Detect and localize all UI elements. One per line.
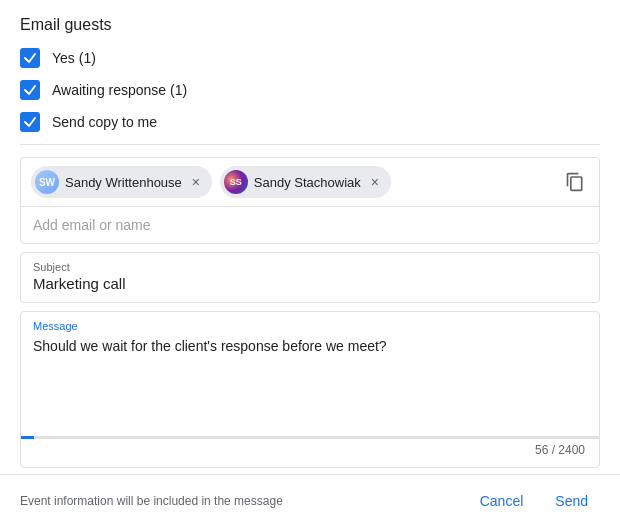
- dialog-title: Email guests: [20, 16, 600, 34]
- checkbox-copy[interactable]: [20, 112, 40, 132]
- subject-section: Subject Marketing call: [20, 252, 600, 303]
- add-email-input[interactable]: [21, 207, 599, 243]
- recipients-row: SW Sandy Writtenhouse × SS Sandy Stachow…: [21, 158, 599, 207]
- checkbox-yes[interactable]: [20, 48, 40, 68]
- recipients-section: SW Sandy Writtenhouse × SS Sandy Stachow…: [20, 157, 600, 244]
- section-divider: [20, 144, 600, 145]
- dialog-footer: Event information will be included in th…: [0, 474, 620, 520]
- chip-sandy-s-close[interactable]: ×: [367, 174, 383, 190]
- copy-recipients-icon[interactable]: [561, 168, 589, 196]
- cancel-button[interactable]: Cancel: [468, 485, 536, 517]
- message-progress-fill: [21, 436, 34, 439]
- message-label: Message: [33, 320, 587, 332]
- checkbox-row-yes: Yes (1): [20, 48, 600, 68]
- email-guests-container: Email guests Yes (1) Awaiting response (…: [0, 0, 620, 468]
- message-text[interactable]: Should we wait for the client's response…: [33, 336, 587, 357]
- checkbox-copy-label: Send copy to me: [52, 114, 157, 130]
- message-progress-bar: [21, 436, 599, 439]
- avatar-sandy-w: SW: [35, 170, 59, 194]
- avatar-sandy-s: SS: [224, 170, 248, 194]
- checkbox-row-awaiting: Awaiting response (1): [20, 80, 600, 100]
- chip-sandy-s-name: Sandy Stachowiak: [254, 175, 361, 190]
- chip-sandy-w-close[interactable]: ×: [188, 174, 204, 190]
- subject-value[interactable]: Marketing call: [33, 275, 587, 292]
- chip-sandy-s: SS Sandy Stachowiak ×: [220, 166, 391, 198]
- checkbox-row-copy: Send copy to me: [20, 112, 600, 132]
- footer-note: Event information will be included in th…: [20, 494, 283, 508]
- checkbox-yes-label: Yes (1): [52, 50, 96, 66]
- checkbox-awaiting-label: Awaiting response (1): [52, 82, 187, 98]
- message-section: Message Should we wait for the client's …: [20, 311, 600, 468]
- chip-sandy-w: SW Sandy Writtenhouse ×: [31, 166, 212, 198]
- message-body: Should we wait for the client's response…: [33, 336, 587, 426]
- chip-sandy-w-name: Sandy Writtenhouse: [65, 175, 182, 190]
- char-count: 56 / 2400: [33, 443, 587, 457]
- checkbox-awaiting[interactable]: [20, 80, 40, 100]
- footer-actions: Cancel Send: [468, 485, 600, 517]
- send-button[interactable]: Send: [543, 485, 600, 517]
- subject-label: Subject: [33, 261, 587, 273]
